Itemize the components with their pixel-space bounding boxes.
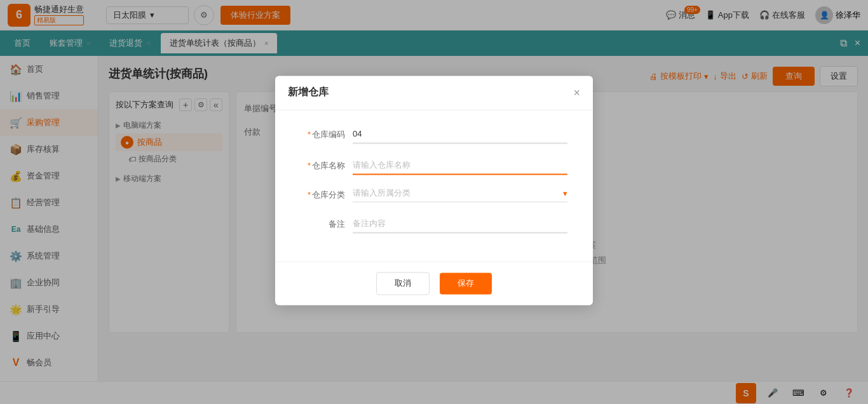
dialog-header: 新增仓库 ×: [275, 76, 593, 110]
warehouse-name-input[interactable]: [353, 156, 567, 175]
warehouse-code-input[interactable]: [353, 125, 567, 144]
warehouse-code-label: * 仓库编码: [301, 129, 345, 140]
warehouse-category-select[interactable]: 请输入所属分类 ▾: [353, 187, 567, 202]
warehouse-category-label: * 仓库分类: [301, 189, 345, 201]
cancel-button[interactable]: 取消: [376, 272, 430, 295]
dialog-title: 新增仓库: [288, 86, 329, 99]
dialog-body: * 仓库编码 * 仓库名称 * 仓库分类 请输入所属分类 ▾: [275, 110, 593, 261]
category-dropdown-icon: ▾: [563, 189, 567, 198]
notes-input[interactable]: [353, 215, 567, 233]
required-mark-category: *: [308, 190, 311, 199]
warehouse-name-label: * 仓库名称: [301, 160, 345, 172]
required-mark-code: *: [308, 130, 311, 139]
notes-label: 备注: [301, 219, 345, 230]
dialog-close-icon[interactable]: ×: [573, 87, 580, 98]
form-row-notes: 备注: [301, 215, 567, 233]
warehouse-category-placeholder: 请输入所属分类: [353, 187, 410, 199]
form-row-name: * 仓库名称: [301, 156, 567, 175]
form-row-category: * 仓库分类 请输入所属分类 ▾: [301, 187, 567, 202]
required-mark-name: *: [308, 161, 311, 170]
form-row-code: * 仓库编码: [301, 125, 567, 144]
dialog-footer: 取消 保存: [275, 261, 593, 305]
save-button[interactable]: 保存: [440, 273, 492, 294]
new-warehouse-dialog: 新增仓库 × * 仓库编码 * 仓库名称 * 仓库分类 请输入: [275, 76, 593, 305]
